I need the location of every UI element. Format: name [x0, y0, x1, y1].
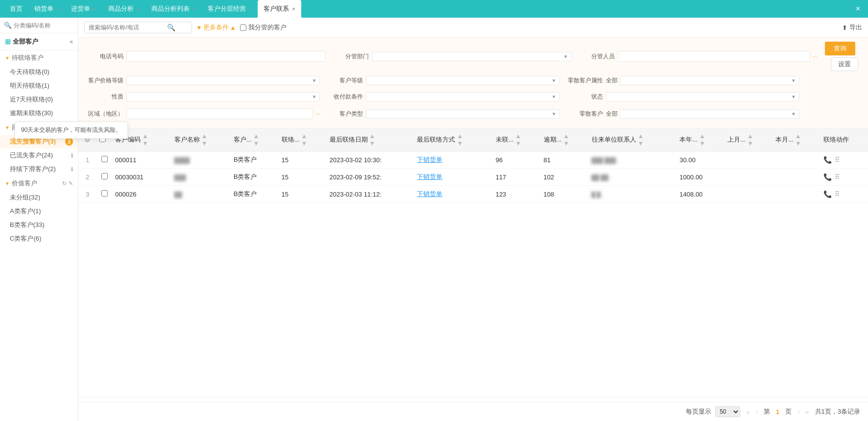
action-phone-icon-1[interactable]: 📞 [823, 173, 832, 181]
col-last-contact-method[interactable]: 最后联络方式 ▲▼ [414, 128, 492, 151]
nav-goods-analysis[interactable]: 商品分析 × [102, 0, 145, 18]
sidebar-item-today-pending[interactable]: 今天待联络(0) [0, 65, 78, 79]
filter-select-nature[interactable]: ▼ [126, 92, 320, 101]
prev-page-btn[interactable]: ‹ [753, 407, 759, 417]
nav-customer-tier[interactable]: 客户分层经营 × [202, 0, 258, 18]
cell-method-2[interactable]: 下销货单 [414, 186, 492, 203]
sidebar-item-type-a[interactable]: A类客户(1) [0, 204, 78, 218]
sort-code[interactable]: ▲▼ [142, 132, 148, 147]
info-icon-declining: ℹ [71, 166, 73, 173]
filter-input-manager[interactable] [618, 51, 810, 62]
col-this-year[interactable]: 本年... ▲▼ [676, 128, 724, 151]
nav-customer-contact[interactable]: 客户联系 × [258, 0, 301, 18]
filter-more-region[interactable]: ··· [315, 110, 320, 117]
nav-customer-contact-close[interactable]: × [292, 6, 295, 12]
sidebar-item-tomorrow-pending[interactable]: 明天待联络(1) [0, 79, 78, 93]
sidebar-group-value[interactable]: ▼ 价值客户 ↻ ✎ [0, 176, 78, 191]
query-button[interactable]: 查询 [825, 42, 855, 55]
sidebar-collapse-icon[interactable]: « [70, 38, 73, 45]
filter-select-status[interactable]: ▼ [606, 92, 799, 101]
col-this-month[interactable]: 本月... ▲▼ [772, 128, 820, 151]
nav-goods-analysis-label: 商品分析 [108, 4, 134, 13]
sort-overdue[interactable]: ▲▼ [563, 132, 569, 147]
export-button[interactable]: ⬆ 导出 [842, 23, 862, 32]
filter-input-phone[interactable] [126, 51, 326, 62]
filter-more-btn[interactable]: ▼ 更多条件 ▲ [196, 23, 236, 32]
filter-input-region[interactable] [126, 108, 313, 119]
sort-level[interactable]: ▲▼ [253, 132, 260, 147]
filter-select-price-level[interactable]: ▼ [126, 76, 320, 85]
filter-select-payment[interactable]: ▼ [366, 92, 559, 101]
next-page-btn[interactable]: › [796, 407, 801, 417]
col-unit-contact[interactable]: 往来单位联系人 ▲▼ [589, 128, 677, 151]
filter-select-customer-type[interactable]: ▼ [366, 109, 559, 119]
filter-select-dept[interactable]: ▼ [372, 52, 571, 61]
cell-contact-1: 15 [279, 169, 327, 186]
sidebar-item-declining[interactable]: 持续下滑客户(2) ℹ [0, 162, 78, 176]
last-page-btn[interactable]: » [803, 407, 811, 417]
my-customer-checkbox[interactable] [240, 25, 246, 31]
action-phone-icon-0[interactable]: 📞 [823, 156, 832, 164]
sort-this-month[interactable]: ▲▼ [795, 132, 801, 147]
sidebar-search-input[interactable] [14, 22, 78, 29]
filter-cell-manager: 分管人员 ··· [576, 49, 821, 64]
horizontal-scrollbar[interactable] [78, 397, 868, 402]
col-last-contact-date[interactable]: 最后联络日期 ▲▼ [327, 128, 414, 151]
filter-select-retail[interactable]: ▼ [620, 109, 799, 119]
col-last-month[interactable]: 上月... ▲▼ [724, 128, 772, 151]
edit-icon-value[interactable]: ✎ [69, 180, 73, 187]
row-checkbox-2[interactable] [101, 190, 108, 197]
sidebar-item-ungrouped[interactable]: 未分组(32) [0, 191, 78, 204]
col-name[interactable]: 客户名称 ▲▼ [171, 128, 231, 151]
filter-select-customer-level[interactable]: ▼ [366, 76, 559, 85]
nav-sales-close[interactable]: × [56, 6, 59, 12]
action-more-icon-1[interactable]: ⠿ [835, 173, 840, 181]
setting-button[interactable]: 设置 [831, 57, 858, 71]
nav-goods-list[interactable]: 商品分析列表 × [145, 0, 201, 18]
nav-goods-list-close[interactable]: × [193, 6, 195, 12]
sort-name[interactable]: ▲▼ [201, 132, 208, 147]
sort-unit-contact[interactable]: ▲▼ [638, 132, 644, 147]
cell-last-month-0 [724, 151, 772, 169]
cell-method-1[interactable]: 下销货单 [414, 169, 492, 186]
first-page-btn[interactable]: « [744, 407, 751, 417]
sidebar-item-type-c[interactable]: C类客户(6) [0, 232, 78, 246]
col-contact[interactable]: 联络... ▲▼ [279, 128, 327, 151]
nav-purchase-close[interactable]: × [93, 6, 96, 12]
row-checkbox-0[interactable] [101, 156, 108, 162]
action-more-icon-2[interactable]: ⠿ [835, 190, 840, 198]
nav-sales[interactable]: 销货单 × [28, 0, 65, 18]
sort-last-month[interactable]: ▲▼ [747, 132, 753, 147]
sort-last-contact-date[interactable]: ▲▼ [369, 132, 376, 147]
sort-last-contact-method[interactable]: ▲▼ [457, 132, 463, 147]
filter-icon: ▼ [196, 24, 202, 31]
sidebar-item-type-b[interactable]: B类客户(33) [0, 218, 78, 232]
sort-this-year[interactable]: ▲▼ [699, 132, 705, 147]
search-input[interactable] [89, 24, 167, 31]
nav-home[interactable]: 首页 [4, 0, 28, 18]
nav-customer-tier-close[interactable]: × [249, 6, 252, 12]
col-not-contact[interactable]: 未联... ▲▼ [493, 128, 541, 151]
sidebar-item-churned[interactable]: 已流失客户(24) ℹ [0, 149, 78, 162]
cell-method-0[interactable]: 下销货单 [414, 151, 492, 169]
row-checkbox-1[interactable] [101, 173, 108, 179]
sort-contact[interactable]: ▲▼ [301, 132, 307, 147]
filter-select-retail-attr[interactable]: ▼ [620, 76, 799, 85]
cell-not-contact-1: 117 [493, 169, 541, 186]
refresh-icon-value[interactable]: ↻ [62, 180, 67, 187]
nav-goods-analysis-close[interactable]: × [137, 6, 140, 12]
nav-purchase[interactable]: 进货单 × [65, 0, 102, 18]
sidebar-group-pending[interactable]: ▼ 待联络客户 [0, 50, 78, 65]
table-body: 1 000011 ████ B类客户 15 2023-03-02 10:30: … [78, 151, 868, 203]
sort-not-contact[interactable]: ▲▼ [515, 132, 522, 147]
col-level[interactable]: 客户... ▲▼ [231, 128, 279, 151]
action-phone-icon-2[interactable]: 📞 [823, 190, 832, 198]
col-overdue[interactable]: 逾期... ▲▼ [541, 128, 589, 151]
nav-close-all[interactable]: × [852, 4, 864, 13]
action-more-icon-0[interactable]: ⠿ [835, 156, 840, 164]
sidebar-item-week-pending[interactable]: 近7天待联络(0) [0, 93, 78, 106]
page-size-select[interactable]: 50 100 200 [715, 406, 740, 417]
sidebar-item-overdue-pending[interactable]: 逾期未联络(30) [0, 106, 78, 120]
filter-more-manager[interactable]: ··· [812, 53, 817, 60]
search-button[interactable]: 🔍 [167, 24, 175, 31]
